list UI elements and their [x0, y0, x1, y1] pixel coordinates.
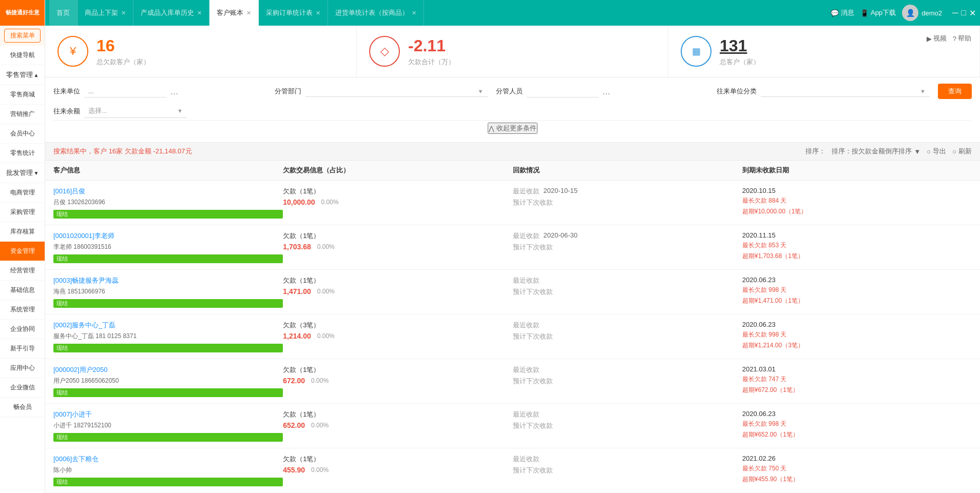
- debt-customers-label: 总欠款客户（家）: [97, 57, 150, 67]
- sidebar-item-enterprise[interactable]: 企业协同: [0, 320, 45, 339]
- sort-select[interactable]: 排序：按欠款金额倒序排序 ▼: [832, 147, 920, 156]
- help-label: 帮助: [958, 34, 971, 43]
- due-info-cell: 2020.06.23 最长欠款 998 天 超期¥652.00（1笔）: [742, 410, 972, 439]
- customer-phone: 海燕 18513066976: [53, 287, 283, 296]
- search-menu-button[interactable]: 搜索菜单: [4, 29, 41, 43]
- filter-dept-select[interactable]: ▼: [305, 86, 488, 97]
- customer-name-link[interactable]: [0002]服务中心_丁磊: [53, 321, 283, 330]
- debt-amount: 672.00: [283, 377, 305, 385]
- close-button[interactable]: ✕: [969, 8, 976, 18]
- tab-goods-stat[interactable]: 进货单统计表（按商品） ✕: [328, 0, 424, 26]
- sidebar-item-quick-nav[interactable]: 快捷导航: [0, 46, 45, 65]
- customer-name-link[interactable]: [0007]小进千: [53, 410, 283, 419]
- sidebar-item-retail-mall[interactable]: 零售商城: [0, 85, 45, 105]
- tab-home[interactable]: 首页: [49, 0, 78, 26]
- customer-name-link[interactable]: [0001020001]李老师: [53, 231, 283, 241]
- customer-phone: 小进千 18279152100: [53, 421, 283, 430]
- user-menu[interactable]: 👤 demo2: [902, 5, 942, 21]
- sidebar-item-member[interactable]: 畅会员: [0, 398, 45, 417]
- overdue-amount-link[interactable]: 超期¥10,000.00（1笔）: [742, 207, 972, 216]
- filter-balance-select[interactable]: 选择... ▼: [84, 104, 187, 118]
- chevron-down-icon: ▼: [478, 88, 484, 94]
- export-button[interactable]: ○ 导出: [927, 147, 946, 156]
- sidebar-item-retail-mgmt[interactable]: 零售管理 ▲: [0, 65, 45, 85]
- tab-customer-account[interactable]: 客户账本 ✕: [209, 0, 259, 26]
- due-info-cell: 2021.02.26 最长欠款 750 天 超期¥455.90（1笔）: [742, 455, 972, 484]
- stat-card-actions: ▶ 视频 ? 帮助: [927, 34, 971, 43]
- filter-person-label: 分管人员: [496, 87, 523, 96]
- tab-products-off-label: 商品上下架: [85, 8, 118, 17]
- app-download-button[interactable]: 📱 App下载: [860, 8, 896, 17]
- last-payment-row: 最近收款 2020-06-30: [513, 231, 742, 241]
- sidebar-item-purchase-mgmt[interactable]: 采购管理: [0, 203, 45, 222]
- tab-products-off[interactable]: 商品上下架 ✕: [78, 0, 133, 26]
- chevron-down-icon: ▼: [177, 108, 183, 114]
- tab-close-icon[interactable]: ✕: [121, 10, 126, 16]
- filter-person-input[interactable]: [527, 85, 599, 97]
- sidebar-item-finance[interactable]: 资金管理: [0, 242, 45, 261]
- result-debt-prefix: 欠款金额: [125, 147, 151, 155]
- overdue-amount-link[interactable]: 超期¥652.00（1笔）: [742, 430, 972, 439]
- tab-close-icon[interactable]: ✕: [316, 10, 320, 16]
- sidebar-item-new-guide[interactable]: 新手引导: [0, 339, 45, 359]
- overdue-amount-link[interactable]: 超期¥1,214.00（3笔）: [742, 341, 972, 350]
- result-debt-amount: -21,148.07元: [153, 147, 191, 155]
- tab-close-icon[interactable]: ✕: [246, 10, 251, 16]
- debt-row: 1,214.00 0.00%: [283, 332, 512, 340]
- result-customer-count: 16家: [109, 147, 123, 155]
- debt-count: 欠款（1笔）: [283, 365, 512, 374]
- debt-percent: 0.00%: [311, 466, 329, 474]
- refresh-button[interactable]: ○ 刷新: [952, 147, 972, 156]
- maximize-button[interactable]: □: [961, 8, 966, 18]
- tab-products-history[interactable]: 产成品入库单历史 ✕: [133, 0, 209, 26]
- tab-products-history-label: 产成品入库单历史: [141, 8, 194, 17]
- tab-close-icon[interactable]: ✕: [412, 10, 416, 16]
- col-header-recovery: 回款情况: [513, 166, 742, 175]
- next-payment-label: 预计下次收款: [513, 377, 553, 386]
- message-icon: 💬: [831, 9, 839, 17]
- last-payment-row: 最近收款: [513, 455, 742, 464]
- debt-customers-value: 16: [97, 36, 150, 55]
- sidebar-item-marketing[interactable]: 营销推广: [0, 105, 45, 124]
- debt-row: 1,471.00 0.00%: [283, 287, 512, 295]
- sidebar-item-system[interactable]: 系统管理: [0, 300, 45, 320]
- collapse-button[interactable]: ⋀ 收起更多条件: [488, 123, 537, 134]
- overdue-amount-link[interactable]: 超期¥1,471.00（1笔）: [742, 297, 972, 305]
- next-payment-row: 预计下次收款: [513, 421, 742, 430]
- sidebar-item-inventory[interactable]: 库存核算: [0, 222, 45, 242]
- overdue-amount-link[interactable]: 超期¥1,703.68（1笔）: [742, 252, 972, 261]
- sidebar-item-batch-mgmt[interactable]: 批发管理 ▼: [0, 163, 45, 183]
- sidebar-item-app-center[interactable]: 应用中心: [0, 359, 45, 378]
- next-payment-row: 预计下次收款: [513, 243, 742, 252]
- customer-name-link[interactable]: [0006]去下粮仓: [53, 455, 283, 464]
- person-ellipsis-icon[interactable]: ...: [603, 86, 610, 97]
- filter-from-unit-input[interactable]: [84, 85, 166, 97]
- help-button[interactable]: ? 帮助: [953, 34, 971, 43]
- overdue-days: 最长欠款 750 天: [742, 464, 972, 473]
- sidebar-item-enterprise-wechat[interactable]: 企业微信: [0, 378, 45, 398]
- total-customers-value: 131: [720, 36, 760, 55]
- messages-button[interactable]: 💬 消息: [831, 8, 854, 17]
- table-row: [0006]去下粮仓 陈小帅 现结 欠款（1笔） 455.90 0.00% 最近…: [45, 448, 980, 493]
- overdue-amount-link[interactable]: 超期¥672.00（1笔）: [742, 386, 972, 395]
- customer-tag: 现结: [53, 210, 283, 219]
- customer-name-link[interactable]: [0003]畅捷服务尹海蕊: [53, 276, 283, 285]
- sidebar-item-operations[interactable]: 经营管理: [0, 261, 45, 281]
- customer-name-link[interactable]: [000002]用户2050: [53, 365, 283, 374]
- tab-purchase-order[interactable]: 采购订单统计表 ✕: [259, 0, 328, 26]
- sidebar-item-retail-stats[interactable]: 零售统计: [0, 144, 45, 163]
- customer-name-link[interactable]: [0016]吕俊: [53, 187, 283, 196]
- filter-unit-class-select[interactable]: ▼: [761, 86, 930, 97]
- video-button[interactable]: ▶ 视频: [927, 34, 947, 43]
- overdue-amount-link[interactable]: 超期¥455.90（1笔）: [742, 475, 972, 484]
- sidebar-item-member-center[interactable]: 会员中心: [0, 124, 45, 144]
- tab-close-icon[interactable]: ✕: [197, 10, 202, 16]
- search-button[interactable]: 查询: [938, 84, 972, 99]
- due-info-cell: 2020.10.15 最长欠款 884 天 超期¥10,000.00（1笔）: [742, 187, 972, 216]
- table-header: 客户信息 欠款交易信息（占比） 回款情况 到期未收款日期: [45, 161, 980, 181]
- from-unit-ellipsis-icon[interactable]: ...: [170, 86, 178, 97]
- sidebar-item-basic-info[interactable]: 基础信息: [0, 281, 45, 300]
- minimize-button[interactable]: ─: [952, 8, 958, 18]
- filter-area: 往来单位 ... 分管部门 ▼ 分管人员 ... 往来: [45, 77, 980, 143]
- sidebar-item-ecommerce[interactable]: 电商管理: [0, 183, 45, 203]
